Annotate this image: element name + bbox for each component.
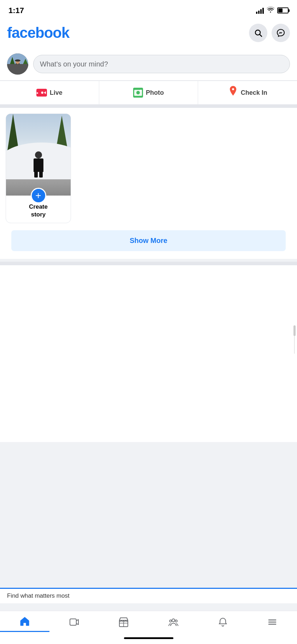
status-time: 1:17: [8, 6, 24, 15]
menu-icon: [267, 617, 278, 627]
notifications-icon: [218, 617, 228, 627]
stories-scroll: + Createstory: [6, 114, 291, 226]
wifi-icon: [267, 6, 274, 14]
status-icons: [256, 6, 289, 14]
create-story-label: Createstory: [29, 203, 48, 219]
create-story-card[interactable]: + Createstory: [6, 114, 71, 223]
home-indicator-bar: [124, 637, 173, 639]
home-indicator: [0, 632, 297, 644]
checkin-label: Check In: [241, 89, 267, 97]
checkin-icon: [228, 86, 238, 99]
home-icon: [19, 616, 30, 627]
svg-point-3: [7, 65, 28, 75]
user-avatar: [7, 53, 28, 75]
svg-line-1: [260, 35, 262, 37]
battery-icon: [277, 7, 289, 13]
checkin-button[interactable]: Check In: [198, 81, 297, 104]
composer-input[interactable]: What's on your mind?: [33, 55, 290, 73]
section-divider: [0, 104, 297, 108]
svg-point-19: [172, 619, 175, 622]
groups-icon: [168, 617, 179, 627]
action-bar: Live Photo Check In: [0, 81, 297, 104]
bottom-preview-text: Find what matters most: [7, 592, 70, 599]
header: facebook: [0, 19, 297, 48]
header-actions: [249, 24, 290, 42]
svg-point-21: [175, 620, 177, 622]
video-icon: [69, 617, 79, 627]
groups-tab[interactable]: [149, 612, 198, 632]
live-button[interactable]: Live: [0, 81, 99, 104]
status-bar: 1:17: [0, 0, 297, 19]
create-story-plus-icon: +: [31, 188, 46, 203]
stories-section: + Createstory Show More: [0, 108, 297, 259]
facebook-logo: facebook: [7, 24, 69, 41]
live-label: Live: [50, 89, 63, 97]
show-more-button[interactable]: Show More: [11, 230, 286, 251]
svg-rect-16: [70, 619, 76, 625]
composer: What's on your mind?: [0, 48, 297, 81]
search-button[interactable]: [249, 24, 267, 42]
photo-icon: [133, 88, 143, 98]
side-line: [294, 329, 297, 354]
story-image: [6, 114, 71, 196]
content-area: [0, 265, 297, 442]
svg-point-15: [140, 90, 142, 92]
svg-rect-2: [7, 53, 28, 75]
svg-point-8: [15, 59, 20, 62]
bottom-nav: [0, 611, 297, 644]
video-tab[interactable]: [49, 612, 99, 632]
signal-icon: [256, 7, 264, 14]
marketplace-icon: [118, 617, 129, 627]
story-bottom: + Createstory: [6, 196, 71, 223]
notifications-tab[interactable]: [198, 612, 248, 632]
photo-label: Photo: [146, 89, 164, 97]
photo-button[interactable]: Photo: [99, 81, 198, 104]
messenger-icon: [277, 29, 285, 37]
svg-point-20: [170, 620, 172, 622]
marketplace-tab[interactable]: [99, 612, 148, 632]
section-divider-2: [0, 262, 297, 265]
messenger-button[interactable]: [272, 24, 290, 42]
svg-point-10: [41, 92, 43, 94]
tab-bar: [0, 611, 297, 632]
live-icon: [36, 89, 47, 97]
svg-marker-17: [76, 620, 78, 625]
menu-tab[interactable]: [248, 612, 297, 632]
svg-rect-6: [16, 63, 20, 70]
search-icon: [254, 29, 262, 37]
svg-point-14: [136, 91, 140, 94]
home-tab[interactable]: [0, 611, 49, 632]
bottom-preview-bar: Find what matters most: [0, 588, 297, 603]
